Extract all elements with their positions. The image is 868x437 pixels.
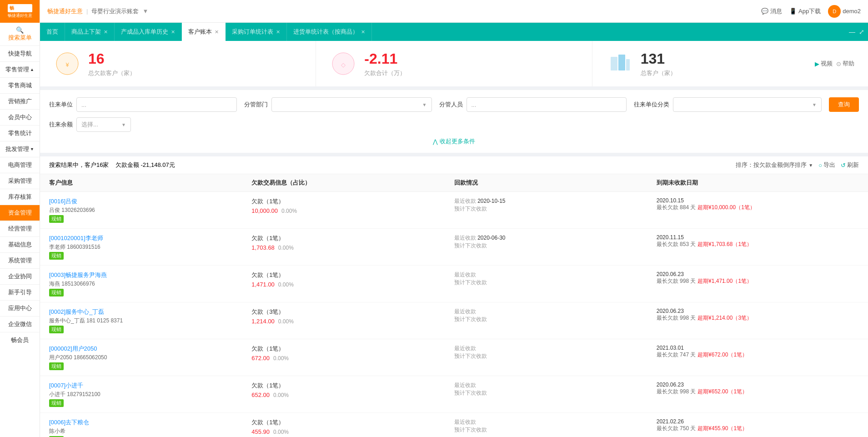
customer-name-link[interactable]: [0016]吕俊 — [49, 197, 251, 206]
customer-info-cell: [0002]服务中心_丁磊 服务中心_丁磊 181 0125 8371 现销 — [49, 308, 251, 333]
dept-input[interactable]: ▼ — [271, 97, 432, 112]
stat-owing-amount-value: -2.11 — [364, 50, 406, 67]
customer-info-cell: [0003]畅捷服务尹海燕 海燕 18513066976 现销 — [49, 271, 251, 296]
svg-rect-5 — [618, 55, 625, 70]
due-date-cell: 2020.11.15 最长欠款 853 天 超期¥1,703.68（1笔） — [657, 234, 859, 260]
tab-production[interactable]: 产成品入库单历史 ✕ — [115, 23, 182, 41]
source-unit-input[interactable]: ... — [76, 97, 237, 112]
table-row: [0001020001]李老师 李老师 18600391516 现销 欠款（1笔… — [40, 229, 868, 266]
customer-name-link[interactable]: [0002]服务中心_丁磊 — [49, 308, 251, 316]
sidebar-item-purchase[interactable]: 采购管理 — [0, 173, 40, 189]
video-button[interactable]: ▶ 视频 — [815, 60, 833, 68]
sidebar-item-ecommerce[interactable]: 电商管理 — [0, 157, 40, 173]
stat-total-customers-value: 131 — [641, 50, 676, 67]
sidebar-item-retail-mall[interactable]: 零售商城 — [0, 78, 40, 94]
topbar-right: 💬 消息 📱 App下载 D demo2 — [761, 5, 861, 18]
unit-category-input[interactable]: ▼ — [673, 97, 822, 112]
col-customer-info: 客户信息 — [49, 179, 251, 187]
customer-name-link[interactable]: [0007]小进千 — [49, 382, 251, 390]
overdue-link[interactable]: 超期¥1,703.68（1笔） — [697, 241, 752, 247]
overdue-link[interactable]: 超期¥1,214.00（3笔） — [697, 315, 752, 321]
sidebar-item-search-menu[interactable]: 🔍 搜索菜单 — [0, 23, 40, 46]
tab-customer-account[interactable]: 客户账本 ✕ — [182, 23, 226, 41]
sidebar-item-app-center[interactable]: 应用中心 — [0, 301, 40, 316]
debt-amount: 652.00 — [251, 392, 270, 398]
overdue-link[interactable]: 超期¥1,471.00（1笔） — [697, 278, 752, 284]
person-input[interactable]: ... — [467, 97, 627, 112]
tab-purchase-close[interactable]: ✕ — [276, 29, 280, 35]
tab-inbound-label: 进货单统计表（按商品） — [293, 28, 358, 36]
balance-value: 选择... — [81, 121, 98, 129]
debt-info-cell: 欠款（1笔） 10,000.00 0.00% — [251, 197, 454, 223]
customer-contact: 小进千 18279152100 — [49, 391, 251, 398]
customer-name-link[interactable]: [000002]用户2050 — [49, 345, 251, 353]
message-button[interactable]: 💬 消息 — [761, 7, 782, 15]
table-row: [000002]用户2050 用户2050 18665062050 现销 欠款（… — [40, 339, 868, 376]
customer-tag: 现销 — [49, 362, 64, 370]
help-button[interactable]: ⊙ 帮助 — [836, 60, 854, 68]
debt-ratio: 0.00% — [281, 208, 297, 214]
debt-ratio: 0.00% — [273, 429, 289, 435]
sidebar-item-wechat[interactable]: 企业微信 — [0, 316, 40, 332]
export-button[interactable]: ○ 导出 — [818, 161, 835, 169]
overdue-link[interactable]: 超期¥455.90（1笔） — [697, 425, 748, 432]
sidebar-item-batch-mgmt[interactable]: 批发管理 ▼ — [0, 141, 40, 157]
customer-tag: 现销 — [49, 215, 64, 223]
stat-owing-amount: ◇ -2.11 欠款合计（万） — [316, 41, 592, 86]
tab-inbound[interactable]: 进货单统计表（按商品） ✕ — [287, 23, 372, 41]
refresh-icon: ↺ — [841, 162, 846, 169]
tab-purchase[interactable]: 采购订单统计表 ✕ — [226, 23, 287, 41]
tab-customer-account-close[interactable]: ✕ — [215, 29, 219, 35]
debt-ratio: 0.00% — [273, 355, 289, 362]
query-button[interactable]: 查询 — [829, 97, 859, 112]
sidebar-item-newbie[interactable]: 新手引导 — [0, 285, 40, 301]
tab-production-close[interactable]: ✕ — [171, 29, 175, 35]
tab-home[interactable]: 首页 — [40, 23, 65, 41]
customer-name-link[interactable]: [0006]去下粮仓 — [49, 418, 251, 427]
customer-name-link[interactable]: [0003]畅捷服务尹海燕 — [49, 271, 251, 279]
customer-tag: 现销 — [49, 289, 64, 296]
overdue-link[interactable]: 超期¥10,000.00（1笔） — [697, 204, 755, 211]
user-avatar[interactable]: D demo2 — [828, 5, 861, 18]
balance-input[interactable]: 选择... ▼ — [76, 117, 131, 132]
sidebar-item-operations[interactable]: 经营管理 — [0, 221, 40, 237]
tab-products-close[interactable]: ✕ — [104, 29, 108, 35]
sidebar-item-inventory[interactable]: 库存核算 — [0, 189, 40, 205]
tab-minimize-button[interactable]: — — [849, 28, 855, 35]
tab-inbound-close[interactable]: ✕ — [361, 29, 365, 35]
overdue-link[interactable]: 超期¥652.00（1笔） — [697, 388, 748, 395]
sidebar-item-member[interactable]: 会员中心 — [0, 110, 40, 126]
sort-selector[interactable]: 排序：按欠款金额倒序排序 ▼ — [736, 161, 813, 169]
topbar-divider: | — [86, 8, 88, 15]
filter-dept: 分管部门 ▼ — [244, 97, 432, 112]
overdue-link[interactable]: 超期¥672.00（1笔） — [697, 352, 748, 358]
debt-amount: 672.00 — [251, 355, 270, 362]
table-row: [0006]去下粮仓 陈小希 现销 欠款（1笔） 455.90 0.00% 最近… — [40, 413, 868, 437]
customer-name-link[interactable]: [0001020001]李老师 — [49, 234, 251, 242]
app-download-button[interactable]: 📱 App下载 — [789, 7, 821, 15]
collapse-button[interactable]: ⋀ 收起更多条件 — [49, 137, 859, 146]
refresh-button[interactable]: ↺ 刷新 — [841, 161, 859, 169]
sidebar-item-finance[interactable]: 资金管理 — [0, 205, 40, 221]
tab-maximize-button[interactable]: ⤢ — [859, 28, 864, 35]
debt-ratio: 0.00% — [273, 392, 289, 398]
sidebar-item-retail-stat[interactable]: 零售统计 — [0, 126, 40, 141]
sidebar-item-system[interactable]: 系统管理 — [0, 253, 40, 269]
sidebar-item-quick-nav[interactable]: 快捷导航 — [0, 46, 40, 62]
sidebar-item-enterprise[interactable]: 企业协同 — [0, 269, 40, 285]
chevron-down-icon: ▲ — [30, 67, 34, 72]
stat-owing-customers: ¥ 16 总欠款客户（家） — [40, 41, 316, 86]
dropdown-icon[interactable]: ▼ — [142, 8, 148, 15]
sidebar-item-member-vip[interactable]: 畅会员 — [0, 332, 40, 348]
sidebar-item-basic-info[interactable]: 基础信息 — [0, 237, 40, 253]
tab-products[interactable]: 商品上下架 ✕ — [65, 23, 115, 41]
stat-total-customers-label: 总客户（家） — [641, 69, 676, 77]
customer-contact: 用户2050 18665062050 — [49, 354, 251, 362]
filter-area: 往来单位 ... 分管部门 ▼ 分管人员 ... — [40, 90, 868, 153]
results-actions: 排序：按欠款金额倒序排序 ▼ ○ 导出 ↺ 刷新 — [736, 161, 859, 169]
debt-amount: 10,000.00 — [251, 207, 278, 214]
chevron-down-icon: ▼ — [30, 147, 34, 151]
filter-row-2: 往来余额 选择... ▼ — [49, 117, 859, 132]
sidebar-item-retail-mgmt[interactable]: 零售管理 ▲ — [0, 62, 40, 78]
sidebar-item-marketing[interactable]: 营销推广 — [0, 94, 40, 110]
